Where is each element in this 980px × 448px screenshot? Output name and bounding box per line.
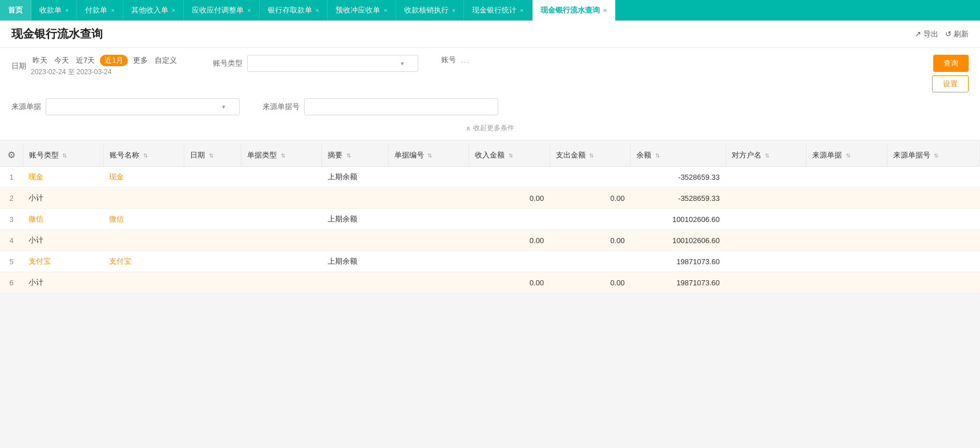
cell-source-doc (806, 167, 887, 188)
th-account-name[interactable]: 账号名称 ⇅ (103, 144, 184, 167)
th-income[interactable]: 收入金额 ⇅ (469, 144, 550, 167)
nav-receipt-verify-close[interactable]: × (452, 7, 455, 14)
nav-cash-flow[interactable]: 现金银行流水查询 × (533, 0, 615, 21)
shortcut-today[interactable]: 今天 (53, 55, 71, 66)
th-date[interactable]: 日期 ⇅ (184, 144, 241, 167)
cell-doc-no (388, 230, 469, 251)
cell-source-doc (806, 230, 887, 251)
cell-source-doc-no (887, 209, 980, 230)
cell-no: 5 (0, 251, 23, 272)
table-row[interactable]: 2小计0.000.00-3528659.33 (0, 188, 980, 209)
source-doc-no-input[interactable] (304, 98, 498, 115)
ellipsis-icon[interactable]: ... (461, 56, 470, 64)
th-doc-no[interactable]: 单据编号 ⇅ (388, 144, 469, 167)
export-button[interactable]: ↗ 导出 (915, 29, 938, 39)
cell-source-doc (806, 209, 887, 230)
cell-source-doc-no (887, 272, 980, 293)
cell-account-type: 现金 (23, 167, 103, 188)
nav-home[interactable]: 首页 (0, 0, 31, 21)
th-source-doc-label: 来源单据 (812, 151, 842, 159)
nav-receipt-label: 收款单 (39, 5, 62, 15)
date-filter-group: 日期 昨天 今天 近7天 近1月 更多 自定义 2023-02-24 至 202… (11, 55, 179, 77)
cell-no: 3 (0, 209, 23, 230)
cell-account-name: 现金 (103, 167, 184, 188)
cell-summary (322, 188, 388, 209)
sort-icon: ⇅ (846, 152, 850, 159)
nav-cash-stat[interactable]: 现金银行统计 × (464, 0, 532, 21)
cell-counterpart (725, 251, 806, 272)
cell-date (184, 209, 241, 230)
nav-receipt[interactable]: 收款单 × (31, 0, 77, 21)
th-source-doc[interactable]: 来源单据 ⇅ (806, 144, 887, 167)
nav-receipt-verify[interactable]: 收款核销执行 × (396, 0, 464, 21)
collapse-bar[interactable]: ∧ 收起更多条件 (11, 121, 969, 135)
settings-button[interactable]: 设置 (932, 75, 969, 92)
nav-cash-flow-label: 现金银行流水查询 (541, 5, 600, 15)
th-summary[interactable]: 摘要 ⇅ (322, 144, 388, 167)
nav-bank-deposit[interactable]: 银行存取款单 × (260, 0, 328, 21)
shortcut-7days[interactable]: 近7天 (74, 55, 96, 66)
query-button[interactable]: 查询 (933, 55, 969, 72)
source-doc-chevron-icon: ▾ (222, 103, 225, 111)
shortcut-more[interactable]: 更多 (131, 55, 150, 66)
table-row[interactable]: 4小计0.000.00100102606.60 (0, 230, 980, 251)
nav-cash-stat-label: 现金银行统计 (472, 5, 517, 15)
cell-counterpart (725, 188, 806, 209)
nav-other-income[interactable]: 其他收入单 × (123, 0, 184, 21)
collapse-arrow-icon: ∧ (466, 124, 471, 132)
th-doc-type[interactable]: 单据类型 ⇅ (241, 144, 321, 167)
th-gear[interactable]: ⚙ (0, 144, 23, 167)
nav-bank-deposit-label: 银行存取款单 (268, 5, 312, 15)
account-type-select[interactable]: ▾ (247, 55, 418, 72)
table-header: ⚙ 账号类型 ⇅ 账号名称 ⇅ 日期 ⇅ 单据类型 ⇅ (0, 144, 980, 167)
nav-cash-stat-close[interactable]: × (520, 7, 523, 14)
cell-source-doc-no (887, 188, 980, 209)
gear-icon[interactable]: ⚙ (7, 150, 15, 160)
table-row[interactable]: 5支付宝支付宝上期余额19871073.60 (0, 251, 980, 272)
shortcut-custom[interactable]: 自定义 (153, 55, 179, 66)
cell-doc-no (388, 167, 469, 188)
nav-advance-offset-label: 预收冲应收单 (336, 5, 380, 15)
th-counterpart[interactable]: 对方户名 ⇅ (725, 144, 806, 167)
nav-advance-offset[interactable]: 预收冲应收单 × (328, 0, 396, 21)
table-row[interactable]: 6小计0.000.0019871073.60 (0, 272, 980, 293)
cell-date (184, 251, 241, 272)
nav-ar-ap-adjust-close[interactable]: × (247, 7, 251, 14)
cell-income: 0.00 (469, 230, 550, 251)
th-source-doc-no[interactable]: 来源单据号 ⇅ (887, 144, 980, 167)
nav-payment-close[interactable]: × (111, 7, 114, 14)
cell-source-doc-no (887, 230, 980, 251)
th-account-type[interactable]: 账号类型 ⇅ (23, 144, 103, 167)
account-type-group: 账号类型 ▾ (213, 55, 418, 72)
table-row[interactable]: 3微信微信上期余额100102606.60 (0, 209, 980, 230)
refresh-button[interactable]: ↺ 刷新 (945, 29, 969, 39)
th-expense[interactable]: 支出金额 ⇅ (550, 144, 630, 167)
nav-receipt-close[interactable]: × (65, 7, 68, 14)
filter-row-2: 来源单据 ▾ 来源单据号 (11, 98, 969, 115)
nav-bank-deposit-close[interactable]: × (316, 7, 319, 14)
table-row[interactable]: 1现金现金上期余额-3528659.33 (0, 167, 980, 188)
cell-doc-no (388, 272, 469, 293)
cell-doc-no (388, 209, 469, 230)
filter-row-1: 日期 昨天 今天 近7天 近1月 更多 自定义 2023-02-24 至 202… (11, 55, 969, 92)
nav-cash-flow-close[interactable]: × (603, 7, 607, 14)
cell-income (469, 167, 550, 188)
nav-payment[interactable]: 付款单 × (77, 0, 123, 21)
cell-counterpart (725, 167, 806, 188)
nav-ar-ap-adjust[interactable]: 应收应付调整单 × (184, 0, 259, 21)
page-title: 现金银行流水查询 (11, 26, 103, 42)
source-doc-select[interactable]: ▾ (46, 98, 240, 115)
shortcut-1month[interactable]: 近1月 (100, 55, 128, 66)
th-account-type-label: 账号类型 (29, 151, 59, 159)
nav-advance-offset-close[interactable]: × (384, 7, 387, 14)
nav-other-income-close[interactable]: × (172, 7, 175, 14)
sort-icon: ⇅ (428, 152, 432, 159)
cell-balance: -3528659.33 (631, 188, 726, 209)
cell-expense (550, 167, 630, 188)
cell-summary (322, 230, 388, 251)
th-income-label: 收入金额 (475, 151, 505, 159)
chevron-down-icon: ▾ (401, 60, 404, 67)
cell-no: 2 (0, 188, 23, 209)
shortcut-yesterday[interactable]: 昨天 (31, 55, 49, 66)
th-balance[interactable]: 余额 ⇅ (631, 144, 726, 167)
